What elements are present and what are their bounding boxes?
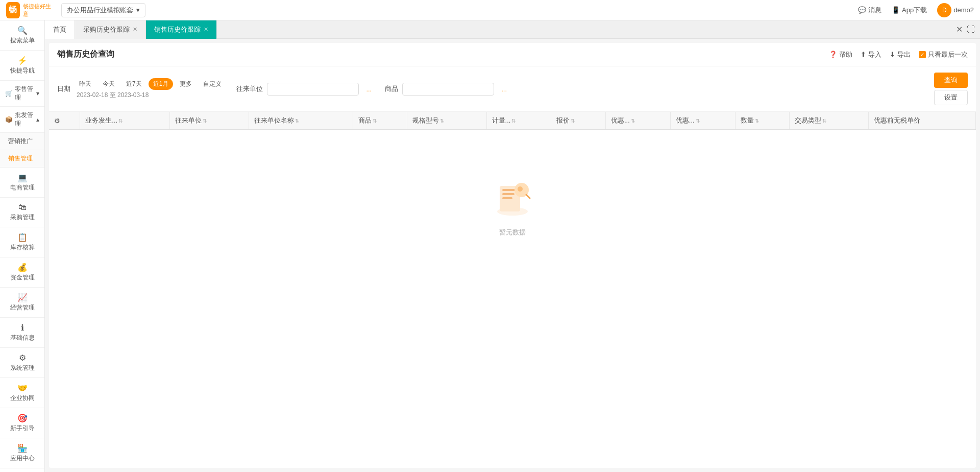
maximize-icon[interactable]: ⛶ [967, 25, 975, 34]
filter-buttons: 查询 设置 [934, 73, 968, 105]
query-button[interactable]: 查询 [934, 73, 968, 88]
date-btn-custom[interactable]: 自定义 [199, 78, 226, 90]
app-selector[interactable]: 办公用品行业模拟账套 ▾ [61, 3, 145, 17]
date-btn-1month[interactable]: 近1月 [149, 78, 174, 90]
main-layout: 🔍 搜索菜单 ⚡ 快捷导航 🛒 零售管理 ▾ 📦 批发管理 ▴ 营销推广 销售管… [0, 20, 980, 472]
date-label: 日期 [57, 84, 70, 93]
message-icon: 💬 [858, 6, 866, 14]
sidebar-item-ecommerce[interactable]: 💻 电商管理 [0, 168, 44, 198]
col-biz-date[interactable]: 业务发生...⇅ [80, 112, 169, 130]
tab-sales[interactable]: 销售历史价跟踪 ✕ [146, 20, 217, 39]
tab-bar-right: ✕ ⛶ [951, 25, 980, 34]
sidebar-item-label: 批发管理 [15, 111, 34, 128]
sidebar-item-retail[interactable]: 🛒 零售管理 ▾ [0, 81, 44, 107]
export-btn[interactable]: ⬇ 导出 [890, 50, 911, 59]
close-purchase-tab[interactable]: ✕ [133, 26, 137, 33]
finance-icon: 💰 [17, 263, 28, 272]
empty-text: 暂元数据 [499, 228, 526, 237]
sidebar-item-search[interactable]: 🔍 搜索菜单 [0, 20, 44, 51]
page-title: 销售历史价查询 [57, 49, 114, 60]
sidebar-item-label: 资金管理 [10, 273, 35, 282]
page-header-actions: ❓ 帮助 ⬆ 导入 ⬇ 导出 ✓ 只看最后一次 [829, 50, 968, 59]
partner-filter-group: 往来单位 ... [236, 83, 375, 96]
sidebar-item-marketing[interactable]: 营销推广 [0, 133, 44, 150]
partner-label: 往来单位 [236, 84, 263, 93]
tab-home[interactable]: 首页 [45, 20, 75, 39]
sidebar: 🔍 搜索菜单 ⚡ 快捷导航 🛒 零售管理 ▾ 📦 批发管理 ▴ 营销推广 销售管… [0, 20, 45, 472]
date-btn-yesterday[interactable]: 昨天 [75, 78, 96, 90]
inventory-icon: 📋 [17, 232, 28, 242]
goods-label: 商品 [385, 84, 398, 93]
empty-state: 暂元数据 [49, 130, 976, 278]
sidebar-item-label: 企业协同 [10, 394, 35, 403]
system-icon: ⚙ [19, 353, 26, 363]
salesmgr-label: 销售管理 [8, 154, 33, 163]
col-partner-code[interactable]: 往来单位⇅ [169, 112, 249, 130]
purchase-icon: 🛍 [18, 203, 27, 212]
date-btn-today[interactable]: 今天 [98, 78, 119, 90]
col-qty[interactable]: 数量⇅ [735, 112, 790, 130]
partner-input[interactable] [267, 83, 359, 96]
wholesale-icon: 📦 [5, 116, 13, 123]
col-goods[interactable]: 商品⇅ [353, 112, 407, 130]
sidebar-item-enterprise[interactable]: 🤝 企业协同 [0, 378, 44, 408]
sidebar-item-label: 采购管理 [10, 213, 35, 222]
top-bar-right: 💬 消息 📱 App下载 D demo2 [858, 3, 974, 17]
svg-point-6 [518, 186, 523, 192]
sidebar-item-purchase[interactable]: 🛍 采购管理 [0, 198, 44, 227]
svg-rect-4 [502, 197, 512, 199]
sidebar-item-business[interactable]: 📈 经营管理 [0, 288, 44, 318]
appstore-icon: 🏪 [17, 443, 28, 453]
date-btn-more[interactable]: 更多 [175, 78, 197, 90]
sidebar-item-inventory[interactable]: 📋 库存核算 [0, 227, 44, 257]
business-icon: 📈 [17, 293, 28, 302]
close-sales-tab[interactable]: ✕ [204, 26, 208, 33]
date-btn-7days[interactable]: 近7天 [121, 78, 146, 90]
sidebar-item-basic[interactable]: ℹ 基础信息 [0, 318, 44, 348]
col-unit[interactable]: 计量...⇅ [486, 112, 551, 130]
col-spec[interactable]: 规格型号⇅ [407, 112, 486, 130]
col-partner-name[interactable]: 往来单位名称⇅ [249, 112, 353, 130]
sidebar-item-appstore[interactable]: 🏪 应用中心 [0, 438, 44, 468]
data-table: ⚙ 业务发生...⇅ 往来单位⇅ 往来单位名称⇅ 商品⇅ 规格型号⇅ 计量...… [49, 112, 976, 130]
goods-dots-btn[interactable]: ... [498, 84, 510, 94]
sidebar-item-label: 基础信息 [10, 334, 35, 342]
message-btn[interactable]: 💬 消息 [858, 6, 881, 15]
logo-area: 畅 畅捷信好生意 [6, 2, 51, 18]
marketing-label: 营销推广 [8, 137, 33, 146]
help-btn[interactable]: ❓ 帮助 [829, 50, 852, 59]
sales-tab-label: 销售历史价跟踪 [154, 25, 201, 34]
sidebar-item-label: 应用中心 [10, 454, 35, 463]
col-discount2[interactable]: 优惠...⇅ [670, 112, 735, 130]
goods-input[interactable] [402, 83, 494, 96]
import-btn[interactable]: ⬆ 导入 [861, 50, 881, 59]
date-range-text: 2023-02-18 至 2023-03-18 [77, 91, 226, 100]
sidebar-item-system[interactable]: ⚙ 系统管理 [0, 348, 44, 378]
tab-purchase[interactable]: 采购历史价跟踪 ✕ [75, 20, 146, 39]
only-last-checkbox[interactable]: ✓ 只看最后一次 [919, 50, 968, 59]
col-discount1[interactable]: 优惠...⇅ [605, 112, 670, 130]
user-area[interactable]: D demo2 [937, 3, 974, 17]
sidebar-item-wholesale[interactable]: 📦 批发管理 ▴ [0, 107, 44, 133]
col-pre-tax-price[interactable]: 优惠前无税单价 [869, 112, 976, 130]
sidebar-item-finance[interactable]: 💰 资金管理 [0, 257, 44, 288]
download-btn[interactable]: 📱 App下载 [892, 6, 927, 15]
top-bar: 畅 畅捷信好生意 办公用品行业模拟账套 ▾ 💬 消息 📱 App下载 D dem… [0, 0, 980, 20]
close-all-icon[interactable]: ✕ [956, 25, 963, 34]
partner-dots-btn[interactable]: ... [363, 84, 375, 94]
content-area: 首页 采购历史价跟踪 ✕ 销售历史价跟踪 ✕ ✕ ⛶ 销售历史价查询 [45, 20, 980, 472]
home-tab-label: 首页 [53, 25, 66, 34]
col-price[interactable]: 报价⇅ [551, 112, 606, 130]
goods-filter-group: 商品 ... [385, 83, 510, 96]
setting-button[interactable]: 设置 [934, 90, 968, 105]
col-trade-type[interactable]: 交易类型⇅ [790, 112, 869, 130]
logo-icon: 畅 [6, 2, 20, 18]
tab-bar: 首页 采购历史价跟踪 ✕ 销售历史价跟踪 ✕ ✕ ⛶ [45, 20, 980, 39]
sidebar-item-wechat[interactable]: 💬 企业微信 [0, 468, 44, 472]
date-filter-group: 日期 昨天 今天 近7天 近1月 更多 自定义 2023-02-18 至 202… [57, 78, 226, 100]
newbie-icon: 🎯 [17, 413, 28, 423]
col-gear[interactable]: ⚙ [49, 112, 80, 130]
sidebar-item-newbie[interactable]: 🎯 新手引导 [0, 408, 44, 438]
sidebar-item-quick[interactable]: ⚡ 快捷导航 [0, 51, 44, 81]
sidebar-item-salesmgr[interactable]: 销售管理 [0, 150, 44, 168]
